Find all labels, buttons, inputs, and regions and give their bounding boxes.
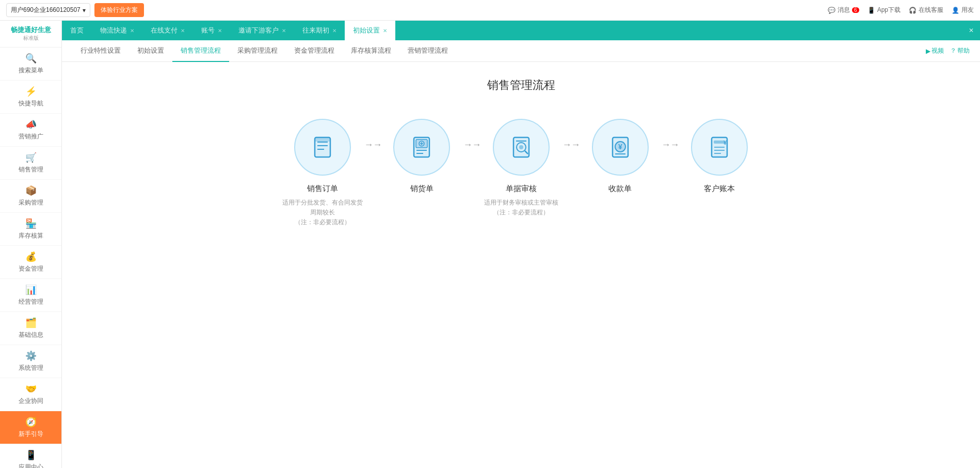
- flow-step-desc-doc-review: 适用于财务审核或主管审核（注：非必要流程）: [484, 198, 558, 217]
- sidebar-label-sales-mgmt: 销售管理: [19, 165, 43, 174]
- headset-icon: 🎧: [909, 7, 917, 14]
- nav-tab-label-account: 账号: [201, 26, 215, 35]
- sidebar-item-marketing-promo[interactable]: 📣营销推广: [0, 114, 61, 147]
- flow-arrow-0: → →: [364, 119, 380, 150]
- message-item[interactable]: 💬 消息 6: [828, 6, 859, 14]
- nav-tab-close-online-pay[interactable]: ✕: [181, 28, 185, 34]
- user-selector[interactable]: 用户690企业1660120507 ▾: [6, 3, 90, 17]
- right-panel: 首页物流快递✕在线支付✕账号✕邀请下游客户✕往来期初✕初始设置✕✕ 行业特性设置…: [62, 21, 980, 468]
- dropdown-icon: ▾: [83, 7, 86, 14]
- flow-circle-sales-order: [294, 119, 351, 176]
- nav-tab-label-online-pay: 在线支付: [151, 26, 178, 35]
- sidebar-label-app-center: 应用中心: [19, 463, 43, 468]
- sidebar-item-inventory[interactable]: 🏪库存核算: [0, 213, 61, 246]
- user-name-label: 用友: [961, 6, 974, 14]
- nav-tab-account[interactable]: 账号✕: [193, 21, 230, 40]
- sidebar-icon-new-guide: 🧭: [25, 416, 37, 428]
- nav-tab-label-initial-setup: 初始设置: [353, 26, 380, 35]
- flow-circle-sales-invoice: [393, 119, 450, 176]
- app-download-item[interactable]: 📱 App下载: [867, 6, 901, 14]
- sub-tab-purchase-flow[interactable]: 采购管理流程: [229, 40, 286, 62]
- flow-step-desc-sales-order: 适用于分批发货、有合同发货周期较长（注：非必要流程）: [281, 198, 364, 228]
- nav-tab-label-logistics: 物流快递: [100, 26, 127, 35]
- sidebar-item-app-center[interactable]: 📱应用中心: [0, 444, 61, 468]
- flow-arrow-3: → →: [662, 119, 678, 150]
- sidebar-label-operations-mgmt: 经营管理: [19, 298, 43, 306]
- sidebar-icon-sales-mgmt: 🛒: [25, 152, 37, 163]
- flow-step-doc-review: 单据审核适用于财务审核或主管审核（注：非必要流程）: [480, 119, 563, 217]
- user-avatar-item[interactable]: 👤 用友: [952, 6, 974, 14]
- help-label: 帮助: [957, 46, 970, 55]
- sub-tab-label-sales-flow: 销售管理流程: [181, 46, 221, 55]
- sub-tab-industry-settings[interactable]: 行业特性设置: [72, 40, 129, 62]
- flow-step-name-sales-invoice: 销货单: [410, 184, 433, 194]
- nav-tab-logistics[interactable]: 物流快递✕: [92, 21, 142, 40]
- video-action[interactable]: ▶ 视频: [926, 46, 944, 55]
- sub-tab-marketing-flow[interactable]: 营销管理流程: [399, 40, 456, 62]
- sidebar-icon-enterprise-collab: 🤝: [25, 383, 37, 395]
- nav-tab-close-initial-setup[interactable]: ✕: [383, 28, 387, 34]
- sidebar-label-new-guide: 新手引导: [19, 430, 43, 439]
- sidebar-icon-app-center: 📱: [25, 449, 37, 461]
- message-badge: 6: [852, 7, 859, 13]
- sidebar-icon-finance-mgmt: 💰: [25, 251, 37, 262]
- sub-tab-actions: ▶ 视频 ？ 帮助: [926, 46, 970, 55]
- sidebar-item-search[interactable]: 🔍搜索菜单: [0, 48, 61, 81]
- experience-btn[interactable]: 体验行业方案: [94, 3, 144, 17]
- sub-tab-inventory-flow[interactable]: 库存核算流程: [343, 40, 399, 62]
- nav-tab-initial-setup[interactable]: 初始设置✕: [345, 21, 395, 40]
- sidebar-items: 🔍搜索菜单⚡快捷导航📣营销推广🛒销售管理📦采购管理🏪库存核算💰资金管理📊经营管理…: [0, 48, 61, 468]
- nav-tab-label-past-period: 往来期初: [302, 26, 329, 35]
- close-all-tabs[interactable]: ✕: [962, 27, 980, 34]
- nav-tab-label-home: 首页: [70, 26, 84, 35]
- sub-tab-label-industry-settings: 行业特性设置: [81, 46, 121, 55]
- nav-tab-close-invite-downstream[interactable]: ✕: [282, 28, 286, 34]
- app-download-label: App下载: [877, 6, 901, 14]
- nav-tab-close-account[interactable]: ✕: [218, 28, 222, 34]
- sidebar-icon-purchase-mgmt: 📦: [25, 185, 37, 196]
- svg-text:¥: ¥: [618, 143, 622, 151]
- svg-point-14: [519, 145, 523, 149]
- sidebar-item-enterprise-collab[interactable]: 🤝企业协同: [0, 378, 61, 411]
- sidebar-item-quick-nav[interactable]: ⚡快捷导航: [0, 81, 61, 114]
- help-action[interactable]: ？ 帮助: [950, 46, 970, 55]
- nav-tab-label-invite-downstream: 邀请下游客户: [238, 26, 279, 35]
- online-service-item[interactable]: 🎧 在线客服: [909, 6, 943, 14]
- sub-tab-initial-setup[interactable]: 初始设置: [129, 40, 172, 62]
- flow-step-customer-account: ¥ 客户账本: [678, 119, 761, 198]
- sidebar-label-enterprise-collab: 企业协同: [19, 397, 43, 405]
- user-selector-text: 用户690企业1660120507: [11, 6, 81, 14]
- sidebar-icon-inventory: 🏪: [25, 218, 37, 229]
- sidebar-item-operations-mgmt[interactable]: 📊经营管理: [0, 279, 61, 312]
- nav-tab-close-past-period[interactable]: ✕: [332, 28, 336, 34]
- sidebar-item-basic-info[interactable]: 🗂️基础信息: [0, 312, 61, 345]
- nav-tab-invite-downstream[interactable]: 邀请下游客户✕: [230, 21, 294, 40]
- sidebar-item-new-guide[interactable]: 🧭新手引导: [0, 411, 61, 444]
- nav-tab-home[interactable]: 首页: [62, 21, 92, 40]
- nav-tab-past-period[interactable]: 往来期初✕: [294, 21, 345, 40]
- sidebar-item-finance-mgmt[interactable]: 💰资金管理: [0, 246, 61, 279]
- logo-main-text: 畅捷通好生意: [5, 26, 56, 35]
- svg-rect-4: [315, 137, 330, 142]
- top-bar-right: 💬 消息 6 📱 App下载 🎧 在线客服 👤 用友: [828, 6, 974, 14]
- flow-arrow-2: → →: [563, 119, 579, 150]
- flow-step-sales-order: 销售订单适用于分批发货、有合同发货周期较长（注：非必要流程）: [281, 119, 364, 228]
- sidebar-icon-search: 🔍: [25, 53, 37, 64]
- sidebar-item-purchase-mgmt[interactable]: 📦采购管理: [0, 180, 61, 213]
- sidebar-icon-operations-mgmt: 📊: [25, 284, 37, 295]
- flow-arrow-1: → →: [463, 119, 479, 150]
- sidebar-icon-system-mgmt: ⚙️: [25, 350, 37, 362]
- logo-sub-text: 标准版: [5, 35, 56, 42]
- nav-tab-close-logistics[interactable]: ✕: [130, 28, 134, 34]
- online-service-label: 在线客服: [919, 6, 943, 14]
- sub-tab-finance-flow[interactable]: 资金管理流程: [286, 40, 343, 62]
- sub-tab-label-purchase-flow: 采购管理流程: [237, 46, 278, 55]
- nav-tab-online-pay[interactable]: 在线支付✕: [142, 21, 193, 40]
- sidebar-item-system-mgmt[interactable]: ⚙️系统管理: [0, 345, 61, 378]
- question-icon: ？: [950, 46, 956, 55]
- sub-tab-label-initial-setup: 初始设置: [137, 46, 164, 55]
- sub-tab-sales-flow[interactable]: 销售管理流程: [172, 40, 229, 62]
- sidebar: 畅捷通好生意 标准版 🔍搜索菜单⚡快捷导航📣营销推广🛒销售管理📦采购管理🏪库存核…: [0, 21, 62, 468]
- sub-tab-label-finance-flow: 资金管理流程: [294, 46, 334, 55]
- sidebar-item-sales-mgmt[interactable]: 🛒销售管理: [0, 147, 61, 180]
